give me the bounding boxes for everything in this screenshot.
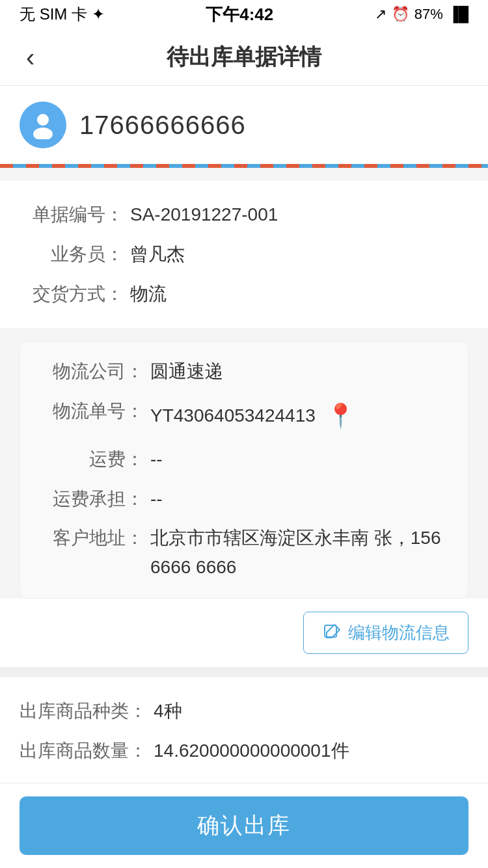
company-row: 物流公司： 圆通速递 [40, 357, 448, 387]
freight-bear-row: 运费承担： -- [40, 485, 448, 514]
freight-label: 运费： [40, 445, 144, 474]
tracking-row: 物流单号： YT43064053424413 📍 [40, 397, 448, 435]
status-bar: 无 SIM 卡 ✦ 下午4:42 ↗ ⏰ 87% ▐█ [0, 0, 488, 29]
freight-row: 运费： -- [40, 445, 448, 474]
product-quantity-value: 14.620000000000001件 [154, 737, 468, 766]
delivery-row: 交货方式： 物流 [20, 280, 468, 309]
order-no-label: 单据编号： [20, 200, 124, 230]
product-type-row: 出库商品种类： 4种 [20, 697, 468, 726]
edit-icon [322, 623, 342, 642]
edit-logistics-row: 编辑物流信息 [0, 599, 488, 667]
address-label: 客户地址： [40, 524, 144, 553]
tracking-value: YT43064053424413 📍 [150, 397, 448, 435]
product-quantity-label: 出库商品数量： [20, 737, 147, 766]
dashed-divider [0, 164, 488, 168]
salesman-value: 曾凡杰 [130, 240, 468, 269]
edit-logistics-label: 编辑物流信息 [348, 621, 450, 644]
battery-icon: ▐█ [448, 6, 468, 23]
freight-bear-value: -- [150, 485, 448, 514]
confirm-outbound-button[interactable]: 确认出库 [20, 796, 468, 855]
freight-value: -- [150, 445, 448, 474]
svg-point-0 [37, 114, 49, 126]
product-type-value: 4种 [154, 697, 468, 726]
phone-header: 17666666666 [0, 86, 488, 164]
bottom-bar: 确认出库 [0, 783, 488, 868]
company-label: 物流公司： [40, 357, 144, 387]
map-pin-icon[interactable]: 📍 [326, 397, 355, 435]
edit-logistics-button[interactable]: 编辑物流信息 [303, 612, 468, 654]
status-left: 无 SIM 卡 ✦ [20, 4, 105, 25]
alarm-icon: ⏰ [392, 6, 409, 23]
location-icon-status: ↗ [375, 6, 386, 23]
battery-level: 87% [414, 6, 443, 23]
status-time: 下午4:42 [206, 3, 273, 26]
address-row: 客户地址： 北京市市辖区海淀区永丰南 张，156 6666 6666 [40, 524, 448, 582]
svg-point-1 [33, 128, 53, 139]
sim-status: 无 SIM 卡 ✦ [20, 4, 105, 25]
address-value: 北京市市辖区海淀区永丰南 张，156 6666 6666 [150, 524, 448, 582]
back-button[interactable]: ‹ [20, 38, 41, 77]
salesman-label: 业务员： [20, 240, 124, 269]
freight-bear-label: 运费承担： [40, 485, 144, 514]
nav-bar: ‹ 待出库单据详情 [0, 29, 488, 86]
phone-number: 17666666666 [79, 111, 246, 140]
page-title: 待出库单据详情 [167, 42, 321, 72]
logistics-card: 物流公司： 圆通速递 物流单号： YT43064053424413 📍 运费： … [20, 341, 468, 599]
main-content: 17666666666 单据编号： SA-20191227-001 业务员： 曾… [0, 86, 488, 868]
product-quantity-row: 出库商品数量： 14.620000000000001件 [20, 737, 468, 766]
avatar [20, 102, 66, 148]
product-type-label: 出库商品种类： [20, 697, 147, 726]
product-summary-section: 出库商品种类： 4种 出库商品数量： 14.620000000000001件 [0, 677, 488, 785]
tracking-label: 物流单号： [40, 397, 144, 426]
gray-divider [0, 667, 488, 677]
order-no-row: 单据编号： SA-20191227-001 [20, 200, 468, 230]
salesman-row: 业务员： 曾凡杰 [20, 240, 468, 269]
delivery-label: 交货方式： [20, 280, 124, 309]
basic-info-section: 单据编号： SA-20191227-001 业务员： 曾凡杰 交货方式： 物流 [0, 181, 488, 328]
company-value: 圆通速递 [150, 357, 448, 387]
delivery-value: 物流 [130, 280, 468, 309]
status-right: ↗ ⏰ 87% ▐█ [375, 6, 468, 23]
order-no-value: SA-20191227-001 [130, 200, 468, 230]
person-icon [29, 111, 57, 139]
